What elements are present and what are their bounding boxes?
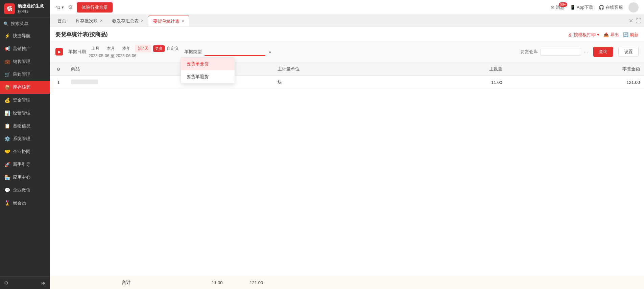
- page-title: 要货单统计表(按商品): [55, 31, 108, 38]
- enterprise-icon: 🤝: [4, 149, 10, 155]
- sidebar-item-finance[interactable]: 💰 资金管理: [0, 94, 50, 107]
- newbie-icon: 🚀: [4, 161, 10, 168]
- header-right: ✉ 消息 99+ 📱 App下载 🎧 在线客服: [551, 2, 639, 13]
- tabs-close-all-icon[interactable]: ✕: [629, 18, 633, 24]
- tab-inventory-batch[interactable]: 库存批次账 ✕: [71, 16, 108, 26]
- filter-expand-button[interactable]: ▶: [55, 48, 63, 55]
- dropdown-item-order-return[interactable]: 要货单退货: [181, 70, 235, 83]
- date-btn-thisyear[interactable]: 本年: [120, 45, 133, 52]
- warehouse-more-icon[interactable]: ···: [584, 49, 588, 54]
- tab-home[interactable]: 首页: [53, 16, 71, 26]
- sidebar-item-label: 库存核算: [13, 84, 30, 90]
- settings-icon[interactable]: ⚙: [4, 280, 8, 286]
- sidebar-item-enterprise[interactable]: 🤝 企业协同: [0, 145, 50, 158]
- sidebar-footer: ⚙ ⏮: [0, 276, 50, 289]
- date-btn-thismonth[interactable]: 本月: [104, 45, 118, 52]
- page-number-selector[interactable]: 41 ▾: [55, 5, 64, 10]
- table-header-row: ⚙ 商品 主计量单位 主数量 零售金额: [50, 63, 644, 76]
- app-download-btn[interactable]: 📱 App下载: [570, 4, 593, 10]
- filter-bar: ▶ 单据日期 上月 本月 本年 近7天 更多 自定义 2023-05-06 至 …: [50, 41, 644, 63]
- sidebar-item-operations[interactable]: 📊 经营管理: [0, 107, 50, 119]
- sidebar-item-purchase[interactable]: 🛒 采购管理: [0, 68, 50, 81]
- sidebar-item-sales[interactable]: 💼 销售管理: [0, 55, 50, 68]
- sidebar-item-label: 系统管理: [13, 136, 30, 142]
- user-avatar[interactable]: [628, 2, 639, 13]
- tab-inventory-batch-close[interactable]: ✕: [100, 19, 103, 23]
- export-action[interactable]: 📤 导出: [603, 32, 619, 38]
- online-service-btn[interactable]: 🎧 在线客服: [599, 4, 623, 10]
- main-content: 41 ▾ ⚙ 体验行业方案 ✉ 消息 99+ 📱 App下载 🎧 在线客服: [50, 0, 644, 289]
- footer-qty: 11.00: [212, 280, 223, 285]
- sidebar-item-label: 采购管理: [13, 71, 30, 77]
- sidebar-item-weixin[interactable]: 💬 企业微信: [0, 184, 50, 197]
- page-title-actions: 🖨 按模板打印 ▾ 📤 导出 🔄 刷新: [568, 32, 639, 38]
- sidebar-item-inventory[interactable]: 📦 库存核算: [0, 81, 50, 94]
- sidebar-item-label: 快捷导航: [13, 33, 30, 39]
- settings-button[interactable]: 设置: [618, 47, 639, 57]
- th-product: 商品: [67, 63, 273, 76]
- tabs-expand-icon[interactable]: ⛶: [636, 18, 641, 24]
- product-placeholder: [71, 80, 98, 84]
- data-table: ⚙ 商品 主计量单位 主数量 零售金额 1 块 11.00: [50, 63, 644, 89]
- tab-receive-summary-close[interactable]: ✕: [141, 19, 144, 23]
- messages-btn[interactable]: ✉ 消息 99+: [551, 4, 565, 10]
- tab-inventory-batch-label: 库存批次账: [76, 18, 98, 24]
- sidebar-item-member[interactable]: 🎖️ 畅会员: [0, 197, 50, 209]
- sidebar-item-marketing[interactable]: 📢 营销推广: [0, 42, 50, 55]
- type-filter-label: 单据类型: [184, 49, 202, 55]
- date-more-button[interactable]: 更多: [153, 45, 165, 52]
- date-custom-btn[interactable]: 自定义: [167, 46, 179, 51]
- query-button[interactable]: 查询: [593, 47, 613, 57]
- table-container: ⚙ 商品 主计量单位 主数量 零售金额 1 块 11.00: [50, 63, 644, 276]
- sidebar-item-basic[interactable]: 📋 基础信息: [0, 119, 50, 132]
- tab-order-stats-label: 要货单统计表: [153, 18, 180, 24]
- filter-date-group: 单据日期 上月 本月 本年 近7天 更多 自定义 2023-05-06 至 20…: [68, 45, 179, 59]
- weixin-icon: 💬: [4, 187, 10, 193]
- dropdown-item-order-request[interactable]: 要货单要货: [181, 58, 235, 70]
- refresh-icon: 🔄: [623, 32, 628, 37]
- cell-unit: 块: [273, 76, 396, 89]
- type-filter-input[interactable]: [205, 48, 265, 56]
- tab-receive-summary-label: 收发存汇总表: [112, 18, 139, 24]
- warehouse-filter-input[interactable]: [541, 48, 581, 56]
- sidebar-brand-text: 畅捷通好生意 标准版: [18, 3, 44, 14]
- search-label: 搜索菜单: [11, 21, 28, 27]
- search-icon: 🔍: [3, 21, 9, 26]
- quicknav-icon: ⚡: [4, 33, 10, 39]
- sidebar-item-quicknav[interactable]: ⚡ 快捷导航: [0, 29, 50, 42]
- tab-order-stats-close[interactable]: ✕: [182, 19, 185, 23]
- print-label: 按模板打印: [574, 32, 596, 38]
- tab-receive-summary[interactable]: 收发存汇总表 ✕: [108, 16, 148, 26]
- sidebar-item-appcenter[interactable]: 🏪 应用中心: [0, 171, 50, 184]
- print-icon: 🖨: [568, 32, 572, 37]
- sidebar: 畅 畅捷通好生意 标准版 🔍 搜索菜单 ⚡ 快捷导航 📢 营销推广 💼 销售管理…: [0, 0, 50, 289]
- appcenter-icon: 🏪: [4, 174, 10, 180]
- sidebar-item-system[interactable]: ⚙️ 系统管理: [0, 132, 50, 145]
- th-qty: 主数量: [396, 63, 506, 76]
- purchase-icon: 🛒: [4, 71, 10, 77]
- tab-order-stats[interactable]: 要货单统计表 ✕: [148, 16, 189, 26]
- sidebar-item-label: 新手引导: [13, 161, 30, 168]
- header-gear-btn[interactable]: ⚙: [68, 4, 73, 10]
- th-gear[interactable]: ⚙: [50, 63, 67, 76]
- sales-icon: 💼: [4, 59, 10, 65]
- app-download-label: App下载: [577, 4, 593, 10]
- sidebar-item-label: 经营管理: [13, 110, 30, 116]
- export-label: 导出: [610, 32, 619, 38]
- collapse-icon[interactable]: ⏮: [41, 280, 46, 286]
- cell-amount: 121.00: [506, 76, 644, 89]
- message-icon: ✉: [551, 5, 554, 10]
- date-btn-7days[interactable]: 近7天: [135, 45, 151, 52]
- sidebar-logo: 畅: [4, 3, 15, 14]
- brand-name: 畅捷通好生意: [18, 3, 44, 9]
- cell-product: [67, 76, 273, 89]
- sidebar-item-newbie[interactable]: 🚀 新手引导: [0, 158, 50, 171]
- date-btn-lastmonth[interactable]: 上月: [89, 45, 102, 52]
- sidebar-header: 畅 畅捷通好生意 标准版: [0, 0, 50, 18]
- refresh-action[interactable]: 🔄 刷新: [623, 32, 639, 38]
- sidebar-search[interactable]: 🔍 搜索菜单: [0, 18, 50, 29]
- industry-button[interactable]: 体验行业方案: [77, 2, 113, 13]
- print-action[interactable]: 🖨 按模板打印 ▾: [568, 32, 599, 38]
- table-row: 1 块 11.00 121.00: [50, 76, 644, 89]
- type-filter-chevron-icon[interactable]: ▲: [268, 49, 272, 54]
